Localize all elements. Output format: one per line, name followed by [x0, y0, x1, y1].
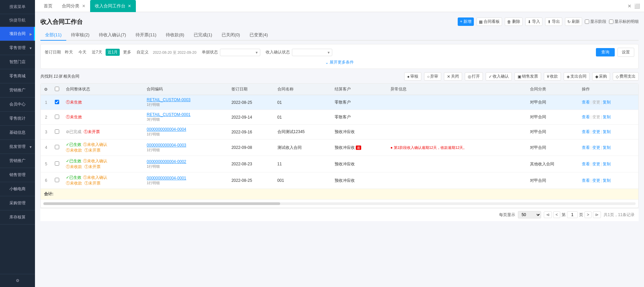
first-page-button[interactable]: ⊲	[544, 211, 552, 218]
horizontal-scrollbar[interactable]	[41, 200, 638, 208]
sidebar-item-retail-mgmt[interactable]: 零售管理 ▼	[0, 41, 35, 55]
view-link[interactable]: 查看	[582, 115, 590, 119]
page-input[interactable]	[567, 211, 578, 218]
tab-contract-category[interactable]: 合同分类 ✕	[57, 0, 90, 12]
row-checkbox[interactable]	[51, 95, 63, 110]
last-page-button[interactable]: ⊳	[593, 211, 601, 218]
copy-link[interactable]: 复制	[603, 100, 611, 105]
row-checkbox[interactable]	[51, 110, 63, 125]
window-maximize-icon[interactable]: ⬜	[634, 3, 640, 9]
review-button[interactable]: ● 审核	[404, 72, 421, 81]
filter-tab-completed[interactable]: 已完成(1)	[189, 30, 217, 41]
next-page-button[interactable]: >	[584, 211, 592, 218]
abandon-button[interactable]: ○ 弃审	[424, 72, 441, 81]
filter-tab-pending-collection[interactable]: 待收款(8)	[161, 30, 189, 41]
row-checkbox[interactable]	[51, 172, 63, 189]
sidebar-item-base-info[interactable]: 基础信息	[0, 126, 35, 140]
filter-tab-closed[interactable]: 已关闭(0)	[217, 30, 245, 41]
sidebar-item-sales-mgmt[interactable]: 销售管理	[0, 168, 35, 182]
select-all-checkbox[interactable]	[55, 87, 59, 91]
row-checkbox[interactable]	[51, 139, 63, 156]
copy-link[interactable]: 复制	[603, 178, 611, 183]
row-checkbox[interactable]	[51, 125, 63, 139]
open-button[interactable]: ◎ 打开	[465, 72, 483, 81]
change-link[interactable]: 变更	[592, 178, 600, 183]
change-link[interactable]: 变更	[592, 145, 600, 150]
sales-invoice-button[interactable]: ▣ 销售发票	[515, 72, 541, 81]
contract-code-link[interactable]: 0000000000004-0002	[147, 159, 186, 164]
page-size-select[interactable]: 50 100 200	[518, 211, 541, 218]
change-link[interactable]: 变更	[592, 162, 600, 166]
row-checkbox[interactable]	[51, 156, 63, 172]
contract-code-link[interactable]: 0000000000004-0004	[147, 127, 186, 132]
filter-tab-pending-review[interactable]: 待审核(2)	[66, 30, 94, 41]
tab-close-contract-category[interactable]: ✕	[82, 4, 85, 8]
sidebar-settings[interactable]: ⚙	[0, 274, 35, 287]
sidebar-search[interactable]: 搜索菜单	[0, 0, 35, 14]
purchase-button[interactable]: ◆ 采购	[592, 72, 610, 81]
filter-tab-pending-invoice[interactable]: 待开票(11)	[131, 30, 161, 41]
tab-home[interactable]: 首页	[39, 0, 57, 12]
sidebar-item-purchase-mgmt[interactable]: 采购管理	[0, 196, 35, 210]
set-button[interactable]: 设置	[617, 48, 634, 57]
close-button[interactable]: ✕ 关闭	[444, 72, 462, 81]
expand-conditions-button[interactable]: ⌄ 展开更多条件	[325, 59, 354, 65]
sidebar-item-wholesale-mgmt[interactable]: 批发管理 ▼	[0, 140, 35, 154]
sidebar-item-inventory[interactable]: 库存核算	[0, 210, 35, 224]
change-link[interactable]: 变更	[592, 115, 600, 119]
filter-tab-all[interactable]: 全部(11)	[40, 30, 66, 41]
change-link[interactable]: 变更	[592, 100, 600, 105]
fee-out-button[interactable]: ◇ 费用支出	[613, 72, 639, 81]
import-button[interactable]: ⬇ 导入	[525, 17, 542, 26]
date-btn-yesterday[interactable]: 昨天	[63, 49, 75, 56]
scroll-track[interactable]	[43, 202, 636, 205]
date-btn-last1month[interactable]: 近1月	[106, 49, 120, 56]
sidebar-item-xiaochangecom[interactable]: 小畅电商	[0, 182, 35, 196]
sidebar-item-marketing2[interactable]: 营销推广	[0, 154, 35, 168]
income-confirm-status-select[interactable]	[292, 49, 332, 56]
sidebar-item-retail-commerce[interactable]: 零售商城	[0, 69, 35, 83]
income-confirm-button[interactable]: ✓ 收入确认	[486, 72, 512, 81]
export-button[interactable]: ⬆ 导出	[545, 17, 562, 26]
tab-income-workbench[interactable]: 收入合同工作台 ✕	[90, 0, 136, 12]
scroll-thumb[interactable]	[43, 202, 280, 205]
view-link[interactable]: 查看	[582, 162, 590, 166]
sidebar-item-project-contract[interactable]: 项目合同 ▶	[0, 27, 35, 41]
doc-status-select[interactable]	[220, 49, 260, 56]
sidebar-item-marketing[interactable]: 营销推广	[0, 83, 35, 97]
window-close-icon[interactable]: ✕	[628, 3, 632, 9]
contract-code-link[interactable]: RETAIL_CUSTOM-0003	[147, 97, 190, 102]
expense-out-button[interactable]: ◈ 支出合同	[564, 72, 590, 81]
change-link[interactable]: 变更	[592, 129, 600, 134]
collection-button[interactable]: ¥ 收款	[544, 72, 561, 81]
col-settings[interactable]: ⚙	[41, 84, 51, 95]
date-btn-more[interactable]: 更多	[121, 49, 133, 56]
contract-board-button[interactable]: ▦ 合同看板	[477, 17, 502, 26]
prev-page-button[interactable]: <	[553, 211, 560, 218]
filter-tab-changed[interactable]: 已变更(4)	[245, 30, 273, 41]
view-link[interactable]: 查看	[582, 129, 590, 134]
copy-link[interactable]: 复制	[603, 145, 611, 150]
sidebar-item-member-center[interactable]: 会员中心	[0, 97, 35, 112]
sidebar-quick-nav[interactable]: 快捷导航	[0, 14, 35, 27]
show-stages-checkbox[interactable]: 显示阶段	[585, 19, 606, 25]
show-marks-checkbox[interactable]: 显示标的明细	[609, 19, 639, 25]
view-link[interactable]: 查看	[582, 145, 590, 150]
delete-button[interactable]: 🗑 删除	[505, 17, 523, 26]
refresh-button[interactable]: ↻ 刷新	[565, 17, 582, 26]
filter-tab-pending-income-confirm[interactable]: 待收入确认(7)	[94, 30, 131, 41]
copy-link[interactable]: 复制	[603, 129, 611, 134]
new-button[interactable]: + 新增	[458, 17, 474, 26]
contract-code-link[interactable]: 0000000000004-0003	[147, 143, 186, 148]
copy-link[interactable]: 复制	[603, 115, 611, 119]
tab-close-income-workbench[interactable]: ✕	[128, 4, 131, 8]
view-link[interactable]: 查看	[582, 178, 590, 183]
contract-code-link[interactable]: 0000000000004-0001	[147, 176, 186, 180]
copy-link[interactable]: 复制	[603, 162, 611, 166]
sidebar-item-smart-store[interactable]: 智慧门店	[0, 55, 35, 69]
query-button[interactable]: 查询	[596, 48, 615, 56]
contract-code-link[interactable]: RETAIL_CUSTOM-0001	[147, 112, 190, 117]
sidebar-item-retail-stats[interactable]: 零售统计	[0, 112, 35, 126]
date-btn-custom[interactable]: 自定义	[135, 49, 151, 56]
view-link[interactable]: 查看	[582, 100, 590, 105]
